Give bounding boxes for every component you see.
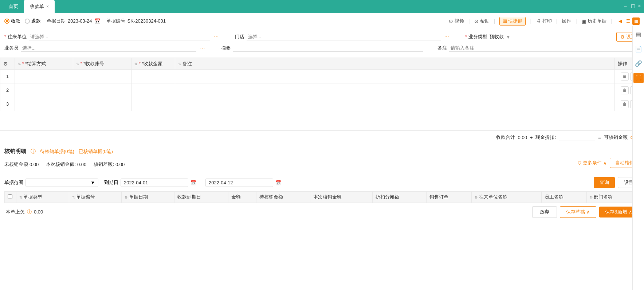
maximize-icon[interactable]: □ [631, 3, 635, 11]
help-btn[interactable]: ⊙ 帮助 [474, 18, 490, 24]
sidebar-doc-icon[interactable]: 📄 [633, 44, 644, 54]
store-more-icon[interactable]: ··· [443, 34, 451, 40]
current-stat: 本次核销金额: 0.00 [46, 161, 86, 168]
toolbar-right: ⊙ 视频 | ⊙ 帮助 | ▦ 快捷键 | 🖨 打印 | 操作 | [449, 17, 640, 26]
row-settlement[interactable] [15, 97, 73, 111]
th-settings[interactable]: ⚙ [0, 58, 15, 70]
shortcut-icon: ▦ [503, 18, 507, 24]
partner-input[interactable] [29, 33, 210, 40]
search-bar: 单据范围 ▼ 到期日 📅 — 📅 查询 设置 [4, 174, 640, 191]
row-amount[interactable] [131, 83, 175, 97]
row-delete-btn[interactable]: 🗑 [621, 86, 629, 94]
tab-home[interactable]: 首页 [3, 0, 24, 13]
th-pending-amount: 待核销金额 [256, 192, 310, 203]
row-account[interactable] [73, 97, 131, 111]
discount-input[interactable] [559, 134, 595, 141]
note-field: 备注 [437, 44, 640, 52]
minimize-icon[interactable]: － [623, 3, 628, 11]
row-account[interactable] [73, 83, 131, 97]
th-discount: 折扣分摊额 [373, 192, 427, 203]
view-grid-icon[interactable]: ▦ [632, 17, 640, 25]
view-prev-icon[interactable]: ◀ [616, 17, 624, 25]
number-label: 单据编号 [106, 18, 125, 24]
calendar-icon[interactable]: 📅 [94, 18, 101, 24]
save-draft-btn[interactable]: 保存草稿 ∧ [560, 206, 596, 218]
staff-more-icon[interactable]: ··· [199, 45, 206, 51]
data-table: ⚙ ⇅ * *结算方式 ⇅ * *收款账号 ⇅ * [0, 58, 644, 111]
row-amount[interactable] [131, 70, 175, 83]
note-label: 备注 [437, 45, 447, 51]
operation-btn[interactable]: 操作 [562, 18, 571, 24]
verification-stats: 未核销金额 0.00 本次核销金额: 0.00 核销差额: 0.00 ▽ 更多条… [4, 158, 640, 171]
history-btn[interactable]: ▣ 历史单据 [581, 18, 606, 24]
radio-refund-label: 退款 [31, 18, 41, 24]
data-table-wrapper: ⚙ ⇅ * *结算方式 ⇅ * *收款账号 ⇅ * [0, 58, 644, 131]
row-delete-btn[interactable]: 🗑 [621, 72, 629, 81]
radio-refund-dot [25, 19, 30, 24]
note-input[interactable] [449, 44, 640, 52]
close-icon[interactable]: × [638, 3, 641, 11]
summary-row: 收款合计 0.00 + 现金折扣: = 可核销金额 0.00 [0, 131, 644, 144]
radio-refund[interactable]: 退款 [25, 18, 41, 24]
sidebar-table-icon[interactable]: ▤ [633, 29, 644, 39]
store-field: 门店 ··· [235, 33, 451, 40]
tab-active[interactable]: 收款单 × [24, 0, 55, 13]
th-current-amount: 本次核销金额 [310, 192, 373, 203]
query-btn[interactable]: 查询 [594, 177, 615, 188]
sidebar-expand-icon[interactable]: ⛶ [633, 73, 644, 83]
staff-input[interactable] [21, 44, 196, 52]
video-btn[interactable]: ⊙ 视频 [449, 18, 464, 24]
date-start-input[interactable] [121, 179, 188, 187]
form-row-1: * 往来单位 ··· 门店 ··· * 业务类型 预收款 ▼ [4, 32, 640, 42]
done-tab-link[interactable]: 已核销单据(0笔) [79, 148, 113, 155]
tab-close-icon[interactable]: × [46, 0, 49, 13]
row-settlement[interactable] [15, 70, 73, 83]
th-due-date: 收款到期日 [174, 192, 228, 203]
current-label: 本次核销金额: [46, 161, 76, 168]
date-end-calendar-icon[interactable]: 📅 [275, 180, 281, 185]
date-start-calendar-icon[interactable]: 📅 [191, 180, 196, 185]
row-note[interactable] [175, 97, 615, 111]
save-new-chevron-icon: ∧ [629, 209, 632, 215]
table-gear-icon[interactable]: ⚙ [3, 61, 8, 67]
store-input[interactable] [247, 33, 441, 40]
pending-tab-link[interactable]: 待核销单据(0笔) [40, 148, 74, 155]
discard-btn[interactable]: 放弃 [532, 206, 557, 218]
save-draft-chevron-icon: ∧ [586, 209, 590, 215]
date-end-input[interactable] [205, 179, 273, 187]
partner-more-icon[interactable]: ··· [212, 34, 220, 40]
row-settlement[interactable] [15, 83, 73, 97]
th-amount: 金额 [228, 192, 256, 203]
print-btn[interactable]: 🖨 打印 [536, 18, 552, 24]
th-dept-name: ⇅ 部门名称 [587, 192, 640, 203]
save-new-label: 保存&新增 [605, 209, 627, 215]
row-account[interactable] [73, 70, 131, 83]
view-list-icon[interactable]: ☰ [624, 17, 632, 25]
row-note[interactable] [175, 70, 615, 83]
radio-income[interactable]: 收款 [4, 18, 20, 24]
select-all-checkbox[interactable] [8, 194, 12, 199]
row-delete-btn[interactable]: 🗑 [621, 100, 629, 108]
diff-value: 0.00 [115, 162, 125, 167]
row-note[interactable] [175, 83, 615, 97]
table-row: 2 🗑 ⊕ [0, 83, 644, 97]
filter-btn[interactable]: ▽ 更多条件 ∧ [578, 160, 607, 166]
verifiable-label: 可核销金额 [604, 134, 628, 141]
video-icon: ⊙ [449, 18, 453, 24]
pending-tab-label: 待核销单据(0笔) [40, 149, 74, 154]
row-amount[interactable] [131, 97, 175, 111]
form-row-2: 业务员 ··· 摘要 备注 [4, 44, 640, 52]
info-icon[interactable]: ⓘ [31, 148, 36, 155]
sidebar-link-icon[interactable]: 🔗 [633, 58, 644, 68]
partner-label: * 往来单位 [4, 34, 27, 40]
staff-field: 业务员 ··· [4, 44, 207, 52]
summary-input[interactable] [233, 44, 423, 52]
save-draft-label: 保存草稿 [566, 209, 585, 215]
shortcut-btn[interactable]: ▦ 快捷键 [499, 17, 526, 26]
business-type-select[interactable]: 预收款 ▼ [490, 34, 511, 40]
current-value: 0.00 [77, 162, 86, 167]
print-icon: 🖨 [536, 18, 541, 24]
order-value: 0.00 [34, 209, 43, 215]
date-field: 单据日期 2023-03-24 📅 [47, 18, 101, 24]
range-select[interactable]: ▼ [25, 179, 98, 187]
